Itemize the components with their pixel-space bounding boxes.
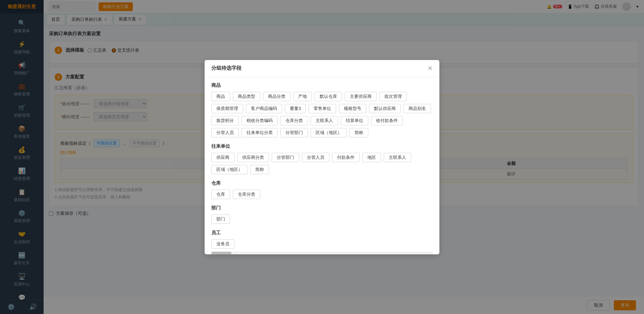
field-chip-0-6[interactable]: 批次管理 (379, 92, 407, 101)
field-chip-0-11[interactable]: 规格型号 (339, 104, 366, 113)
field-chip-2-1[interactable]: 仓库分类 (233, 190, 260, 199)
modal-hscroll[interactable] (211, 252, 433, 254)
field-chip-1-1[interactable]: 供应商分类 (237, 153, 269, 162)
field-chips-3: 部门 (211, 214, 433, 224)
field-chip-0-3[interactable]: 产地 (293, 92, 312, 101)
scroll-thumb (211, 252, 231, 254)
modal-body: 商品商品商品类型商品分类产地默认仓库主要供应商批次管理保质期管理客户商品编码重量… (205, 77, 439, 252)
field-chip-0-5[interactable]: 主要供应商 (345, 92, 377, 101)
field-chip-0-21[interactable]: 往来单位分类 (241, 128, 278, 137)
modal: 分组待选字段 ✕ 商品商品商品类型商品分类产地默认仓库主要供应商批次管理保质期管… (205, 60, 439, 254)
field-group-title-4: 员工 (211, 230, 433, 236)
field-chip-0-18[interactable]: 结算单位 (341, 116, 368, 125)
modal-overlay[interactable]: 分组待选字段 ✕ 商品商品商品类型商品分类产地默认仓库主要供应商批次管理保质期管… (0, 0, 644, 314)
field-chip-0-10[interactable]: 零售单位 (309, 104, 336, 113)
field-group-title-1: 往来单位 (211, 143, 433, 149)
field-chip-1-8[interactable]: 简称 (250, 165, 269, 174)
field-chips-2: 仓库仓库分类 (211, 190, 433, 199)
field-group-title-0: 商品 (211, 82, 433, 88)
field-group-title-2: 仓库 (211, 180, 433, 186)
field-chip-1-2[interactable]: 分管部门 (272, 153, 299, 162)
field-chip-3-0[interactable]: 部门 (211, 214, 230, 224)
field-chip-0-23[interactable]: 区域（地区） (311, 128, 347, 137)
field-chip-0-16[interactable]: 仓库分类 (280, 116, 308, 125)
field-chip-0-14[interactable]: 炼货积分 (211, 116, 239, 125)
field-group-2: 仓库仓库仓库分类 (211, 180, 433, 199)
field-chip-2-0[interactable]: 仓库 (211, 190, 230, 199)
field-chip-0-24[interactable]: 简称 (350, 128, 368, 137)
field-group-4: 员工业务员 (211, 230, 433, 249)
field-chip-0-1[interactable]: 商品类型 (233, 92, 260, 101)
field-chip-0-4[interactable]: 默认仓库 (315, 92, 342, 101)
field-chip-1-0[interactable]: 供应商 (211, 153, 234, 162)
field-chip-1-3[interactable]: 分管人员 (302, 153, 329, 162)
field-chip-0-7[interactable]: 保质期管理 (211, 104, 243, 113)
field-chip-0-13[interactable]: 商品别名 (404, 104, 431, 113)
field-group-3: 部门部门 (211, 205, 433, 224)
field-chip-0-19[interactable]: 收付款条件 (371, 116, 403, 125)
field-group-0: 商品商品商品类型商品分类产地默认仓库主要供应商批次管理保质期管理客户商品编码重量… (211, 82, 433, 137)
field-chip-4-0[interactable]: 业务员 (211, 239, 234, 249)
field-chip-0-12[interactable]: 默认供应商 (369, 104, 401, 113)
field-chip-1-4[interactable]: 付款条件 (332, 153, 360, 162)
field-chip-0-17[interactable]: 主联系人 (311, 116, 338, 125)
field-chip-0-2[interactable]: 商品分类 (263, 92, 290, 101)
modal-close-btn[interactable]: ✕ (428, 65, 433, 72)
field-chip-0-22[interactable]: 分管部门 (280, 128, 308, 137)
field-group-1: 往来单位供应商供应商分类分管部门分管人员付款条件地区主联系人区域（地区）简称 (211, 143, 433, 174)
field-chip-0-9[interactable]: 重量3 (285, 104, 306, 113)
field-chip-1-7[interactable]: 区域（地区） (211, 165, 248, 174)
modal-header: 分组待选字段 ✕ (205, 60, 439, 77)
field-chip-1-5[interactable]: 地区 (362, 153, 381, 162)
field-group-title-3: 部门 (211, 205, 433, 211)
field-chips-4: 业务员 (211, 239, 433, 249)
field-chips-0: 商品商品类型商品分类产地默认仓库主要供应商批次管理保质期管理客户商品编码重量3零… (211, 92, 433, 137)
field-chip-1-6[interactable]: 主联系人 (384, 153, 411, 162)
field-chip-0-0[interactable]: 商品 (211, 92, 230, 101)
field-chip-0-8[interactable]: 客户商品编码 (246, 104, 282, 113)
modal-title: 分组待选字段 (211, 65, 241, 71)
field-chip-0-15[interactable]: 税收分类编码 (241, 116, 278, 125)
field-chip-0-20[interactable]: 分管人员 (211, 128, 239, 137)
field-chips-1: 供应商供应商分类分管部门分管人员付款条件地区主联系人区域（地区）简称 (211, 153, 433, 174)
